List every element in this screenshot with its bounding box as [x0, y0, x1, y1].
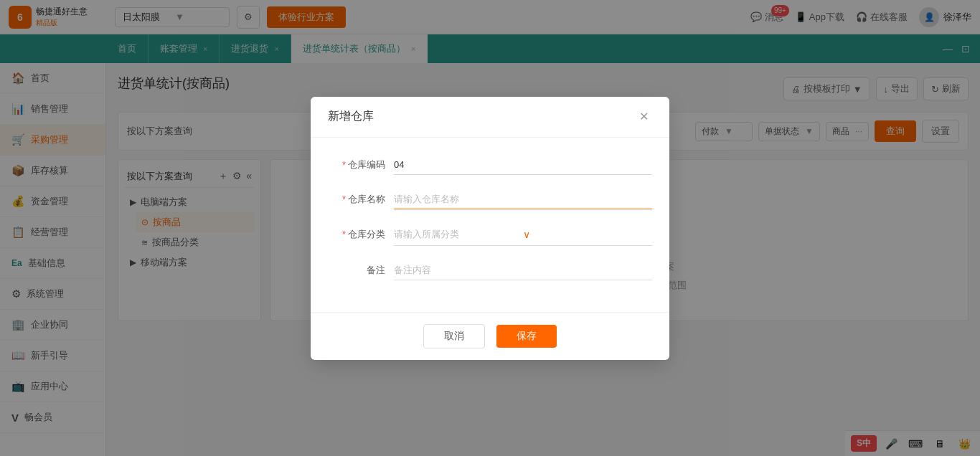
new-warehouse-modal: 新增仓库 ✕ *仓库编码 *仓库名称 *仓库分类	[311, 97, 669, 360]
warehouse-name-input[interactable]	[394, 189, 652, 209]
remark-label: 备注	[328, 264, 385, 277]
warehouse-code-label: *仓库编码	[328, 158, 385, 171]
remark-input[interactable]	[394, 260, 652, 280]
modal-title: 新增仓库	[328, 109, 374, 124]
form-item-category: *仓库分类 请输入所属分类 ∨	[328, 224, 652, 246]
modal-overlay: 新增仓库 ✕ *仓库编码 *仓库名称 *仓库分类	[0, 0, 980, 456]
cancel-button[interactable]: 取消	[423, 324, 485, 348]
form-item-code: *仓库编码	[328, 155, 652, 175]
required-mark-name: *	[342, 194, 346, 204]
modal-header: 新增仓库 ✕	[311, 97, 669, 138]
warehouse-name-label: *仓库名称	[328, 193, 385, 206]
category-dropdown-icon: ∨	[523, 229, 652, 240]
warehouse-code-input[interactable]	[394, 155, 652, 175]
modal-close-button[interactable]: ✕	[635, 108, 652, 125]
required-mark-code: *	[342, 159, 346, 170]
warehouse-category-label: *仓库分类	[328, 228, 385, 241]
form-item-name: *仓库名称	[328, 189, 652, 209]
save-button[interactable]: 保存	[496, 325, 557, 348]
modal-footer: 取消 保存	[311, 312, 669, 360]
warehouse-category-select[interactable]: 请输入所属分类 ∨	[394, 224, 652, 246]
form-item-remark: 备注	[328, 260, 652, 280]
modal-body: *仓库编码 *仓库名称 *仓库分类 请输入所属分类 ∨	[311, 138, 669, 312]
required-mark-cat: *	[342, 229, 346, 239]
